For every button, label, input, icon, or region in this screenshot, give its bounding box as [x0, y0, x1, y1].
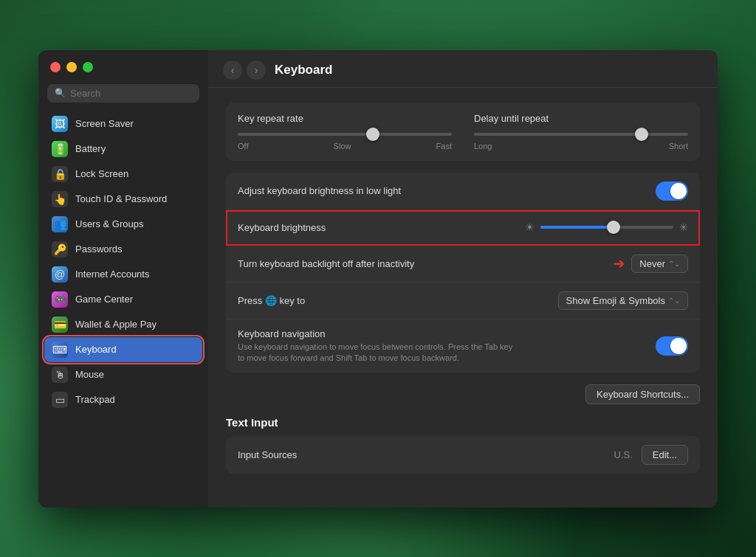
brightness-high-icon: ✳ — [679, 221, 688, 233]
search-icon: 🔍 — [55, 88, 66, 98]
globe-key-dropdown-arrow-icon: ⌃⌄ — [668, 297, 680, 305]
titlebar: ‹ › Keyboard — [208, 50, 718, 88]
label-long: Long — [474, 142, 492, 151]
input-sources-row: Input Sources U.S. Edit... — [226, 436, 700, 474]
maximize-button[interactable] — [83, 62, 93, 72]
sidebar-item-icon-battery: 🔋 — [52, 141, 68, 157]
label-short: Short — [669, 142, 688, 151]
sidebar-item-touch-id[interactable]: 👆 Touch ID & Password — [44, 187, 202, 212]
text-input-heading: Text Input — [226, 416, 700, 429]
key-repeat-label: Key repeat rate — [238, 113, 452, 124]
sidebar-item-label-battery: Battery — [75, 143, 106, 154]
brightness-slider-track[interactable] — [540, 226, 673, 229]
content-area: Key repeat rate Off Slow Fast Delay unti… — [208, 88, 718, 508]
text-input-section: Text Input Input Sources U.S. Edit... — [226, 416, 700, 474]
backlight-inactivity-label: Turn keyboard backlight off after inacti… — [238, 258, 607, 269]
sidebar-item-icon-users-groups: 👥 — [52, 216, 68, 232]
sidebar-item-passwords[interactable]: 🔑 Passwords — [44, 237, 202, 262]
keyboard-brightness-row: Keyboard brightness ☀ ✳ — [226, 210, 700, 246]
keyboard-navigation-row: Keyboard navigation Use keyboard navigat… — [226, 319, 700, 373]
sidebar-item-label-internet-accounts: Internet Accounts — [75, 269, 149, 280]
brightness-slider-container: ☀ ✳ — [463, 221, 688, 233]
sidebar-item-keyboard[interactable]: ⌨ Keyboard — [44, 337, 202, 362]
label-off: Off — [238, 142, 248, 151]
sidebar-item-icon-mouse: 🖱 — [52, 367, 68, 383]
key-repeat-slider-track[interactable] — [238, 133, 452, 136]
sidebar-item-label-keyboard: Keyboard — [75, 344, 117, 355]
sidebar-item-battery[interactable]: 🔋 Battery — [44, 136, 202, 162]
brightness-low-icon: ☀ — [525, 221, 535, 233]
sidebar-item-lock-screen[interactable]: 🔒 Lock Screen — [44, 162, 202, 187]
sidebar-item-label-trackpad: Trackpad — [75, 394, 115, 405]
sidebar-item-label-passwords: Passwords — [75, 243, 123, 255]
delay-repeat-slider-track[interactable] — [474, 133, 688, 136]
sidebar-item-icon-game-center: 🎮 — [52, 291, 68, 308]
sidebar-item-users-groups[interactable]: 👥 Users & Groups — [44, 212, 202, 237]
sidebar-item-internet-accounts[interactable]: @ Internet Accounts — [44, 262, 202, 287]
input-sources-value: U.S. — [614, 449, 632, 460]
sidebar-item-label-game-center: Game Center — [75, 294, 133, 305]
annotation-arrow: ➜ — [613, 255, 625, 272]
system-preferences-window: 🔍 🖼 Screen Saver 🔋 Battery 🔒 Lock Screen… — [38, 50, 718, 508]
edit-button[interactable]: Edit... — [642, 445, 688, 465]
backlight-inactivity-row: Turn keyboard backlight off after inacti… — [226, 246, 700, 283]
minimize-button[interactable] — [66, 62, 77, 72]
brightness-adjust-toggle[interactable] — [656, 181, 688, 201]
backlight-inactivity-dropdown[interactable]: Never ⌃⌄ — [631, 255, 688, 273]
key-repeat-group: Key repeat rate Off Slow Fast — [238, 113, 452, 151]
nav-buttons: ‹ › — [223, 60, 266, 80]
globe-key-value: Show Emoji & Symbols — [566, 295, 665, 306]
keyboard-navigation-sublabel: Use keyboard navigation to move focus be… — [238, 342, 656, 364]
sidebar-item-icon-keyboard: ⌨ — [52, 342, 68, 358]
traffic-lights — [38, 62, 208, 84]
back-button[interactable]: ‹ — [223, 60, 242, 80]
backlight-inactivity-value: Never — [639, 258, 665, 269]
keyboard-navigation-label: Keyboard navigation — [238, 328, 656, 339]
sidebar-items-list: 🖼 Screen Saver 🔋 Battery 🔒 Lock Screen 👆… — [38, 111, 208, 508]
globe-key-row: Press 🌐 key to Show Emoji & Symbols ⌃⌄ — [226, 283, 700, 319]
page-title: Keyboard — [275, 63, 332, 77]
sliders-section: Key repeat rate Off Slow Fast Delay unti… — [226, 103, 700, 161]
sidebar-item-label-users-groups: Users & Groups — [75, 218, 143, 229]
sidebar-item-icon-passwords: 🔑 — [52, 241, 68, 257]
label-fast: Fast — [436, 142, 452, 151]
sidebar-item-mouse[interactable]: 🖱 Mouse — [44, 362, 202, 387]
keyboard-navigation-toggle[interactable] — [656, 336, 688, 356]
delay-repeat-slider-labels: Long Short — [474, 142, 688, 151]
brightness-adjust-row: Adjust keyboard brightness in low light — [226, 173, 700, 210]
sidebar-item-icon-lock-screen: 🔒 — [52, 166, 68, 182]
keyboard-shortcuts-button[interactable]: Keyboard Shortcuts... — [585, 384, 700, 404]
keyboard-brightness-label: Keyboard brightness — [238, 222, 463, 233]
search-input[interactable] — [70, 88, 192, 99]
label-slow: Slow — [334, 142, 351, 151]
sidebar-item-label-mouse: Mouse — [75, 369, 104, 380]
delay-repeat-label: Delay until repeat — [474, 113, 688, 124]
input-sources-section: Input Sources U.S. Edit... — [226, 436, 700, 474]
sidebar-item-wallet[interactable]: 💳 Wallet & Apple Pay — [44, 312, 202, 337]
close-button[interactable] — [50, 62, 61, 72]
sidebar-item-label-wallet: Wallet & Apple Pay — [75, 319, 157, 330]
search-bar[interactable]: 🔍 — [47, 84, 199, 103]
globe-key-dropdown[interactable]: Show Emoji & Symbols ⌃⌄ — [558, 291, 688, 310]
main-content: ‹ › Keyboard Key repeat rate Off — [208, 50, 718, 508]
key-repeat-slider-labels: Off Slow Fast — [238, 142, 452, 151]
sidebar: 🔍 🖼 Screen Saver 🔋 Battery 🔒 Lock Screen… — [38, 50, 208, 508]
sidebar-item-icon-wallet: 💳 — [52, 316, 68, 333]
sidebar-item-icon-screen-saver: 🖼 — [52, 116, 68, 132]
sidebar-item-icon-trackpad: ▭ — [52, 392, 68, 408]
forward-button[interactable]: › — [247, 60, 266, 80]
delay-repeat-group: Delay until repeat Long Short — [474, 113, 688, 151]
keyboard-settings-section: Adjust keyboard brightness in low light … — [226, 173, 700, 373]
sidebar-item-icon-touch-id: 👆 — [52, 191, 68, 207]
globe-key-label: Press 🌐 key to — [238, 295, 558, 306]
sidebar-item-label-lock-screen: Lock Screen — [75, 168, 128, 179]
sidebar-item-screen-saver[interactable]: 🖼 Screen Saver — [44, 111, 202, 136]
sidebar-item-icon-internet-accounts: @ — [52, 266, 68, 283]
sidebar-item-game-center[interactable]: 🎮 Game Center — [44, 287, 202, 312]
brightness-adjust-label: Adjust keyboard brightness in low light — [238, 185, 656, 196]
sidebar-item-trackpad[interactable]: ▭ Trackpad — [44, 387, 202, 412]
dropdown-arrow-icon: ⌃⌄ — [668, 260, 680, 268]
input-sources-label: Input Sources — [238, 449, 614, 460]
sidebar-item-label-screen-saver: Screen Saver — [75, 118, 134, 129]
sidebar-item-label-touch-id: Touch ID & Password — [75, 193, 167, 204]
